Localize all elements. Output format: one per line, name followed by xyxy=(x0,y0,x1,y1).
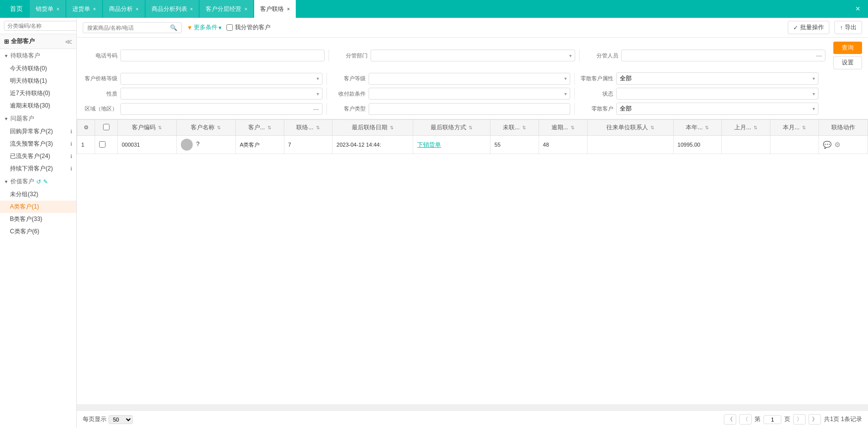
first-page-btn[interactable]: 《 xyxy=(724,414,736,425)
col-code[interactable]: 客户编码 ⇅ xyxy=(117,120,176,136)
filter-scatter-kehu-select[interactable]: 全部 ▾ xyxy=(616,103,818,115)
action-settings-icon[interactable]: ⚙ xyxy=(834,141,841,149)
sidebar-search-input[interactable] xyxy=(4,21,77,31)
region-dots-icon[interactable]: ··· xyxy=(313,105,319,113)
sidebar-item-7days[interactable]: 近7天待联络(0) xyxy=(0,87,76,100)
filter-region-select[interactable]: ··· xyxy=(120,103,323,115)
kehu-arrow-icon: ▾ xyxy=(564,76,567,81)
filter-price-select[interactable]: ▾ xyxy=(120,73,323,85)
nav-tab-shangpin[interactable]: 商品分析 × xyxy=(103,0,145,18)
col-name[interactable]: 客户名称 ⇅ xyxy=(176,120,235,136)
filter-kehu-select[interactable]: ▾ xyxy=(369,73,571,85)
nav-tab-jinhuo[interactable]: 进货单 × xyxy=(66,0,102,18)
col-contact-person-sort: ⇅ xyxy=(651,125,654,130)
filter-kehu-type-input[interactable] xyxy=(369,103,571,115)
status-arrow-icon: ▾ xyxy=(813,91,815,97)
sidebar-item-c-class[interactable]: C类客户(6) xyxy=(0,225,76,238)
action-message-icon[interactable]: 💬 xyxy=(823,141,831,149)
scatter-kehu-arrow-icon: ▾ xyxy=(813,106,815,111)
query-btn[interactable]: 查询 xyxy=(833,42,862,54)
sidebar-item-abnormal[interactable]: 回购异常客户(2) ℹ xyxy=(0,125,76,138)
col-this-year[interactable]: 本年... ⇅ xyxy=(673,120,722,136)
filter-phone-input[interactable] xyxy=(120,50,325,61)
next-page-btn[interactable]: 〉 xyxy=(793,414,806,425)
filter-more-btn[interactable]: ▼ 更多条件 ▾ xyxy=(187,23,221,32)
col-last-month-label: 上月... xyxy=(734,124,751,131)
select-all-checkbox[interactable] xyxy=(103,124,109,130)
filter-phone: 电话号码 xyxy=(83,50,325,61)
sidebar-item-ungroup[interactable]: 未分组(32) xyxy=(0,188,76,201)
sidebar-item-overdue[interactable]: 逾期未联络(30) xyxy=(0,100,76,112)
section-value[interactable]: ▼ 价值客户 ↺ ✎ xyxy=(0,175,76,188)
filter-search-input[interactable] xyxy=(87,25,170,31)
nav-tab-kehu-lian-close[interactable]: × xyxy=(287,6,290,12)
sidebar-collapse-btn[interactable]: ≪ xyxy=(65,38,72,46)
horizontal-scrollbar[interactable] xyxy=(77,404,868,410)
col-settings[interactable]: ⚙ xyxy=(77,120,95,136)
nav-tab-shangpin-list-close[interactable]: × xyxy=(190,6,193,12)
last-method-link[interactable]: 下销货单 xyxy=(417,141,441,148)
nav-tab-shangpin-close[interactable]: × xyxy=(136,6,139,12)
sidebar-item-declining[interactable]: 持续下滑客户(2) ℹ xyxy=(0,162,76,175)
col-last-method[interactable]: 最后联络方式 ⇅ xyxy=(413,120,490,136)
action-btns: 💬 ⚙ xyxy=(823,141,864,149)
section-value-edit[interactable]: ✎ xyxy=(43,178,48,185)
sidebar-item-lost[interactable]: 已流失客户(24) ℹ xyxy=(0,150,76,162)
settings-btn[interactable]: 设置 xyxy=(833,56,862,69)
nav-home[interactable]: 首页 xyxy=(4,0,29,18)
filter-payment-select[interactable]: ▾ xyxy=(369,88,571,100)
col-last-date-label: 最后联络日期 xyxy=(352,124,387,131)
filter-icon: ▼ xyxy=(187,24,193,31)
col-contact[interactable]: 联络... ⇅ xyxy=(284,120,332,136)
col-contact-person-label: 往来单位联系人 xyxy=(606,124,648,131)
sidebar-item-lost-warning[interactable]: 流失预警客户(3) ℹ xyxy=(0,138,76,150)
footer: 每页显示 10 20 50 100 《 〈 第 页 〉 》 共1页 1条记录 xyxy=(77,410,868,428)
col-contact-person[interactable]: 往来单位联系人 ⇅ xyxy=(587,120,673,136)
filter-manager-select[interactable]: ··· xyxy=(621,50,825,61)
filter-more-arrow: ▾ xyxy=(218,24,221,31)
col-type[interactable]: 客户... ⇅ xyxy=(235,120,284,136)
col-no-contact[interactable]: 未联... ⇅ xyxy=(490,120,539,136)
filter-nature-select[interactable]: ▾ xyxy=(120,88,323,100)
batch-ops-btn[interactable]: ✓ 批量操作 xyxy=(788,21,829,34)
filter-search-icon[interactable]: 🔍 xyxy=(170,24,177,31)
filter-dept-select[interactable]: ▾ xyxy=(371,50,575,61)
row-select-checkbox[interactable] xyxy=(99,141,106,148)
page-input[interactable] xyxy=(763,415,781,424)
row-last-method: 下销货单 xyxy=(413,136,490,154)
section-value-refresh[interactable]: ↺ xyxy=(36,178,41,185)
sidebar-item-tomorrow[interactable]: 明天待联络(1) xyxy=(0,75,76,87)
filter-status-select[interactable]: ▾ xyxy=(616,88,818,100)
per-page-select[interactable]: 10 20 50 100 xyxy=(108,415,133,424)
col-type-label: 客户... xyxy=(248,124,265,131)
nav-tab-kehu-fen-label: 客户分层经营 xyxy=(206,5,241,13)
col-last-date[interactable]: 最后联络日期 ⇅ xyxy=(332,120,413,136)
filter-scatter-attr: 零散客户属性 全部 ▾ xyxy=(579,72,818,85)
nav-tab-xiaohuo-close[interactable]: × xyxy=(56,6,59,12)
section-problem[interactable]: ▼ 问题客户 xyxy=(0,112,76,125)
row-this-month xyxy=(770,136,819,154)
payment-arrow-icon: ▾ xyxy=(564,91,567,97)
export-btn[interactable]: ↑ 导出 xyxy=(834,21,862,34)
sidebar-item-b-class[interactable]: B类客户(33) xyxy=(0,213,76,225)
prev-page-btn[interactable]: 〈 xyxy=(739,414,752,425)
my-customers-checkbox[interactable] xyxy=(226,24,233,31)
nav-tab-kehu-fen-close[interactable]: × xyxy=(244,6,247,12)
sidebar-item-a-class[interactable]: A类客户(1) xyxy=(0,201,76,213)
filter-status-label: 状态 xyxy=(579,90,613,98)
nav-tab-jinhuo-close[interactable]: × xyxy=(93,6,96,12)
row-no-contact: 55 xyxy=(490,136,539,154)
manager-dots-icon[interactable]: ··· xyxy=(816,52,822,59)
nav-tab-xiaohuo[interactable]: 销货单 × xyxy=(30,0,65,18)
filter-scatter-attr-select[interactable]: 全部 ▾ xyxy=(616,72,818,85)
nav-tab-kehu-fen[interactable]: 客户分层经营 × xyxy=(200,0,253,18)
sidebar-item-today[interactable]: 今天待联络(0) xyxy=(0,62,76,75)
last-page-btn[interactable]: 》 xyxy=(809,414,821,425)
nav-tab-shangpin-list[interactable]: 商品分析列表 × xyxy=(146,0,199,18)
col-overdue[interactable]: 逾期... ⇅ xyxy=(539,120,587,136)
nav-tab-kehu-lian[interactable]: 客户联络 × xyxy=(254,0,296,18)
section-pending[interactable]: ▼ 待联络客户 xyxy=(0,49,76,62)
window-close-btn[interactable]: × xyxy=(852,4,864,13)
col-last-month[interactable]: 上月... ⇅ xyxy=(722,120,770,136)
col-this-month[interactable]: 本月... ⇅ xyxy=(770,120,819,136)
